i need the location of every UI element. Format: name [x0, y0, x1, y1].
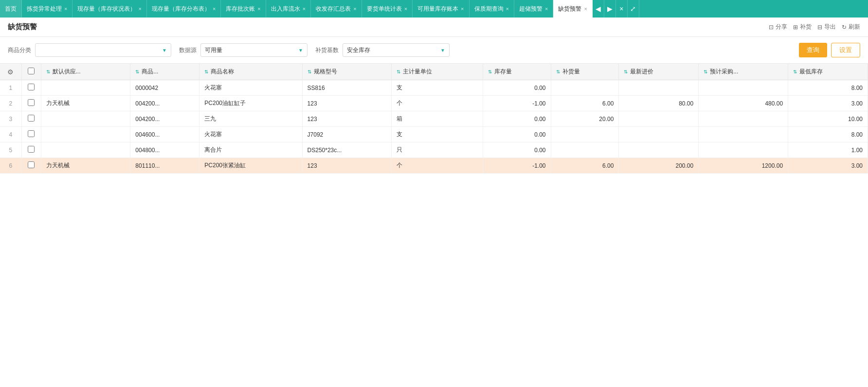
- th-product-name: ⇅商品名称: [199, 64, 302, 80]
- tab-close-shortage[interactable]: ×: [584, 6, 587, 12]
- cell-checkbox: [21, 158, 41, 174]
- datasource-label: 数据源: [179, 46, 197, 54]
- tab-batch-account[interactable]: 库存批次账 ×: [221, 0, 266, 18]
- row-checkbox[interactable]: [28, 84, 35, 90]
- cell-est-purchase: [699, 80, 788, 96]
- tab-inventory-status[interactable]: 现存量（库存状况表） ×: [72, 0, 146, 18]
- sort-min-icon: ⇅: [793, 69, 797, 74]
- tab-prev-btn[interactable]: ◀: [593, 0, 604, 18]
- table-row: 4004600...火花塞J7092支0.008.00: [0, 127, 868, 142]
- tab-close-overstock[interactable]: ×: [545, 6, 548, 12]
- tab-close-abnormal[interactable]: ×: [64, 6, 67, 12]
- cell-unit: 支: [391, 80, 483, 96]
- replenish-basis-chevron-icon: ▼: [440, 48, 445, 53]
- tab-close-inv-dist[interactable]: ×: [213, 6, 216, 12]
- datasource-select[interactable]: 可用量 ▼: [200, 43, 307, 57]
- sort-supplier-icon: ⇅: [46, 69, 50, 74]
- tab-close-receipt[interactable]: ×: [353, 6, 356, 12]
- cell-product-name: 三九: [199, 111, 302, 127]
- table-row: 5004800...离合片DS250*23c...只0.001.00: [0, 142, 868, 158]
- share-button[interactable]: ⊡ 分享: [769, 23, 787, 31]
- page-title: 缺货预警: [8, 22, 37, 32]
- row-checkbox[interactable]: [28, 146, 35, 153]
- sort-stock-icon: ⇅: [488, 69, 492, 74]
- table-row: 2力天机械004200...PC200油缸缸子123个-1.006.0080.0…: [0, 96, 868, 111]
- replenish-basis-select[interactable]: 安全库存 ▼: [343, 43, 450, 57]
- tab-expiry[interactable]: 保质期查询 ×: [470, 0, 514, 18]
- tab-inventory-dist[interactable]: 现存量（库存分布表） ×: [147, 0, 221, 18]
- cell-est-purchase: 480.00: [699, 96, 788, 111]
- page-header: 缺货预警 ⊡ 分享 ⊞ 补货 ⊟ 导出 ↻ 刷新: [0, 18, 868, 37]
- tab-close-flow[interactable]: ×: [303, 6, 306, 12]
- setting-button[interactable]: 设置: [831, 43, 860, 57]
- query-button[interactable]: 查询: [799, 43, 827, 57]
- category-select[interactable]: ▼: [35, 43, 171, 57]
- cell-product-code: 801110...: [130, 158, 199, 174]
- tab-close-avail[interactable]: ×: [461, 6, 464, 12]
- export-icon: ⊟: [817, 24, 822, 31]
- page-content: 缺货预警 ⊡ 分享 ⊞ 补货 ⊟ 导出 ↻ 刷新 商品分类: [0, 18, 868, 387]
- row-checkbox[interactable]: [28, 161, 35, 168]
- tab-expand-btn[interactable]: ⤢: [628, 0, 639, 18]
- replenish-icon: ⊞: [793, 24, 798, 31]
- cell-est-purchase: [699, 142, 788, 158]
- gear-icon[interactable]: ⚙: [7, 68, 14, 76]
- th-gear[interactable]: ⚙: [0, 64, 21, 80]
- select-all-checkbox[interactable]: [28, 68, 35, 74]
- cell-unit: 只: [391, 142, 483, 158]
- tab-bar: 首页 拣货异常处理 × 现存量（库存状况表） × 现存量（库存分布表） × 库存…: [0, 0, 868, 18]
- datasource-value: 可用量: [205, 46, 222, 54]
- tab-overstock[interactable]: 超储预警 ×: [514, 0, 553, 18]
- cell-product-name: PC200油缸缸子: [199, 96, 302, 111]
- sort-spec-icon: ⇅: [307, 69, 311, 74]
- th-replenish-qty: ⇅补货量: [551, 64, 619, 80]
- sort-name-icon: ⇅: [204, 69, 208, 74]
- tab-abnormal[interactable]: 拣货异常处理 ×: [22, 0, 72, 18]
- th-checkbox: [21, 64, 41, 80]
- refresh-button[interactable]: ↻ 刷新: [842, 23, 860, 31]
- tab-home[interactable]: 首页: [0, 0, 22, 18]
- cell-est-purchase: [699, 127, 788, 142]
- tab-inout-flow[interactable]: 出入库流水 ×: [266, 0, 311, 18]
- th-stock-qty: ⇅库存量: [483, 64, 551, 80]
- cell-checkbox: [21, 96, 41, 111]
- th-unit: ⇅主计量单位: [391, 64, 483, 80]
- row-checkbox[interactable]: [28, 115, 35, 122]
- cell-min-stock: 3.00: [788, 158, 868, 174]
- tab-receipt-summary[interactable]: 收发存汇总表 ×: [311, 0, 362, 18]
- export-button[interactable]: ⊟ 导出: [817, 23, 836, 31]
- cell-unit: 支: [391, 127, 483, 142]
- cell-spec: SS816: [302, 80, 391, 96]
- table-header-row: ⚙ ⇅默认供应... ⇅商品... ⇅商品名称 ⇅规格型号: [0, 64, 868, 80]
- cell-latest-price: 80.00: [619, 96, 699, 111]
- tab-close-expiry[interactable]: ×: [506, 6, 509, 12]
- cell-stock-qty: 0.00: [483, 142, 551, 158]
- tab-close-req[interactable]: ×: [404, 6, 407, 12]
- datasource-filter-group: 数据源 可用量 ▼: [179, 43, 307, 57]
- cell-unit: 个: [391, 158, 483, 174]
- tab-close-inv-status[interactable]: ×: [138, 6, 141, 12]
- share-icon: ⊡: [769, 24, 774, 31]
- tab-shortage[interactable]: 缺货预警 ×: [553, 0, 592, 18]
- cell-replenish-qty: [551, 80, 619, 96]
- cell-replenish-qty: 6.00: [551, 158, 619, 174]
- tab-next-btn[interactable]: ▶: [604, 0, 616, 18]
- sort-est-icon: ⇅: [704, 69, 707, 74]
- tab-close-all-btn[interactable]: ×: [616, 0, 628, 18]
- cell-spec: 123: [302, 111, 391, 127]
- row-checkbox[interactable]: [28, 99, 35, 106]
- cell-latest-price: [619, 111, 699, 127]
- row-checkbox[interactable]: [28, 130, 35, 137]
- cell-rownum: 5: [0, 142, 21, 158]
- tab-close-batch[interactable]: ×: [257, 6, 260, 12]
- cell-spec: DS250*23c...: [302, 142, 391, 158]
- cell-checkbox: [21, 80, 41, 96]
- table-row: 3004200...三九123箱0.0020.0010.00: [0, 111, 868, 127]
- tab-available-ledger[interactable]: 可用量库存账本 ×: [413, 0, 469, 18]
- cell-product-name: 离合片: [199, 142, 302, 158]
- replenish-button[interactable]: ⊞ 补货: [793, 23, 812, 31]
- shortage-table: ⚙ ⇅默认供应... ⇅商品... ⇅商品名称 ⇅规格型号: [0, 64, 868, 174]
- cell-rownum: 2: [0, 96, 21, 111]
- tab-requisition[interactable]: 要货单统计表 ×: [362, 0, 413, 18]
- cell-product-code: 004800...: [130, 142, 199, 158]
